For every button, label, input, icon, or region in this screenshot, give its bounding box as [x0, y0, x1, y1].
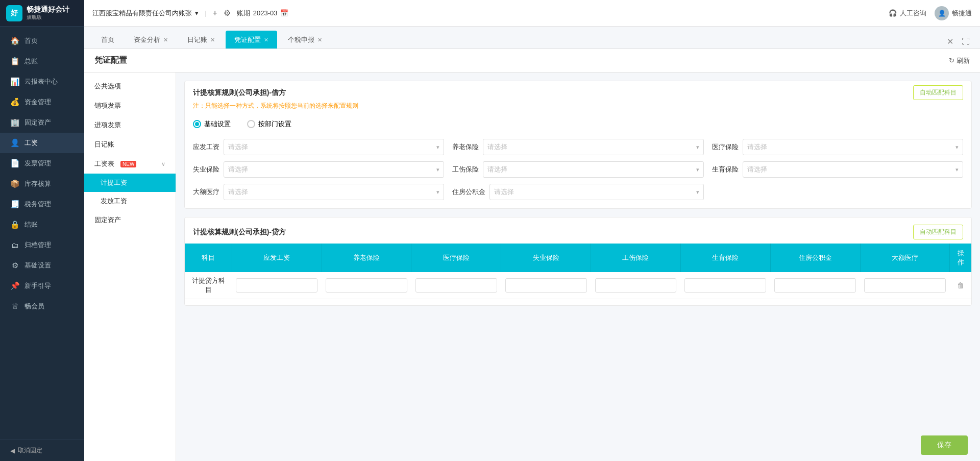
credit-auto-match-btn[interactable]: 自动匹配科目 [913, 225, 963, 239]
field-yiliao-select[interactable]: 请选择 ▾ [743, 139, 963, 155]
sidebar-item-close[interactable]: 🔒 结账 [0, 214, 84, 235]
tab-voucher-close[interactable]: ✕ [264, 37, 268, 43]
input-yingfa[interactable] [236, 278, 317, 293]
input-yanglao[interactable] [326, 278, 407, 293]
sidebar-item-assets[interactable]: 🏢 固定资产 [0, 112, 84, 133]
radio-basic[interactable]: 基础设置 [193, 119, 231, 129]
menu-item-purchase[interactable]: 进项发票 [84, 115, 176, 135]
menu-item-diary[interactable]: 日记账 [84, 135, 176, 154]
menu-item-salary-table[interactable]: 工资表 NEW ∨ [84, 154, 176, 174]
sidebar-item-guide-label: 新手引导 [24, 281, 51, 290]
tab-fund-close[interactable]: ✕ [163, 37, 168, 43]
tab-home[interactable]: 首页 [92, 31, 123, 48]
sidebar-item-salary[interactable]: 👤 工资 [0, 133, 84, 153]
sidebar-item-archive[interactable]: 🗂 归档管理 [0, 235, 84, 255]
radio-dept[interactable]: 按部门设置 [247, 119, 291, 129]
sidebar-item-settings[interactable]: ⚙ 基础设置 [0, 255, 84, 276]
sidebar-item-ledger-label: 总账 [24, 57, 38, 66]
add-company-btn[interactable]: + [212, 9, 217, 18]
td-daeyiliao-val[interactable] [860, 272, 950, 299]
sidebar-item-vip-label: 畅会员 [24, 302, 44, 311]
td-yanglao-val[interactable] [322, 272, 411, 299]
input-shiye[interactable] [505, 278, 587, 293]
sidebar-item-funds[interactable]: 💰 资金管理 [0, 92, 84, 112]
debit-options: 基础设置 按部门设置 [185, 115, 971, 135]
field-yiliao-placeholder: 请选择 [747, 142, 767, 152]
td-row-label: 计提贷方科目 [185, 272, 232, 299]
th-gongshang: 工伤保险 [591, 244, 681, 272]
avatar-icon: 👤 [938, 10, 946, 17]
company-selector[interactable]: 江西服宝精品有限责任公司内账张 ▾ [92, 9, 199, 18]
tab-fund[interactable]: 资金分析 ✕ [125, 31, 177, 48]
save-bar: 保存 [909, 429, 980, 461]
input-yiliao[interactable] [415, 278, 497, 293]
field-shiye-arrow: ▾ [436, 166, 439, 173]
period-selector[interactable]: 账期 2023-03 📅 [237, 9, 289, 18]
logo-text: 畅捷通好会计 旗舰版 [27, 5, 69, 21]
refresh-btn[interactable]: ↻ 刷新 [949, 56, 970, 65]
tab-journal[interactable]: 日记账 ✕ [179, 31, 224, 48]
credit-table-wrapper: 科目 应发工资 养老保险 医疗保险 失业保险 工伤保险 生育保险 住房公积金 大… [185, 244, 971, 305]
field-gongshang-select[interactable]: 请选择 ▾ [483, 161, 703, 178]
input-shengyu[interactable] [684, 278, 766, 293]
delete-row-btn[interactable]: 🗑 [957, 281, 964, 289]
sidebar-item-guide[interactable]: 📌 新手引导 [0, 276, 84, 296]
guide-icon: 📌 [10, 281, 19, 290]
debit-auto-match-btn[interactable]: 自动匹配科目 [913, 85, 963, 100]
topbar: 江西服宝精品有限责任公司内账张 ▾ | + ⚙ 账期 2023-03 📅 🎧 人… [84, 0, 980, 27]
sidebar-item-invoice[interactable]: 📄 发票管理 [0, 153, 84, 174]
input-zhufang[interactable] [774, 278, 856, 293]
sidebar-item-inventory[interactable]: 📦 库存核算 [0, 174, 84, 194]
menu-item-fixed-assets[interactable]: 固定资产 [84, 210, 176, 230]
expand-btn[interactable]: ⛶ [960, 35, 972, 48]
input-gongshang[interactable] [595, 278, 677, 293]
tab-tax[interactable]: 个税申报 ✕ [279, 31, 331, 48]
field-shengyu-select[interactable]: 请选择 ▾ [743, 161, 963, 178]
tab-tax-close[interactable]: ✕ [317, 37, 322, 43]
sidebar-item-ledger[interactable]: 📋 总账 [0, 51, 84, 71]
field-yingfa-select[interactable]: 请选择 ▾ [224, 139, 444, 155]
topbar-settings-btn[interactable]: ⚙ [224, 8, 231, 18]
menu-item-calc-salary[interactable]: 计提工资 [84, 174, 176, 192]
menu-item-public[interactable]: 公共选项 [84, 77, 176, 96]
service-btn[interactable]: 🎧 人工咨询 [889, 9, 926, 18]
sidebar-item-vip[interactable]: ♕ 畅会员 [0, 296, 84, 317]
save-btn[interactable]: 保存 [921, 435, 968, 455]
close-all-tabs-btn[interactable]: ✕ [945, 35, 955, 48]
debit-section-note: 注：只能选择一种方式，系统将按照您当前的选择来配置规则 [185, 102, 913, 115]
field-daeyiliao-select[interactable]: 请选择 ▾ [224, 184, 444, 200]
tab-journal-close[interactable]: ✕ [210, 37, 215, 43]
user-menu[interactable]: 👤 畅捷通 [935, 6, 972, 20]
radio-basic-circle [193, 120, 201, 128]
sidebar-item-tax[interactable]: 🧾 税务管理 [0, 194, 84, 214]
sidebar-pin-footer[interactable]: ◀ 取消固定 [0, 440, 84, 461]
ledger-icon: 📋 [10, 57, 19, 66]
sidebar-item-reports[interactable]: 📊 云报表中心 [0, 71, 84, 92]
td-shengyu-val[interactable] [680, 272, 770, 299]
field-gongshang-arrow: ▾ [696, 166, 699, 173]
td-gongshang-val[interactable] [591, 272, 681, 299]
sidebar: 好 畅捷通好会计 旗舰版 🏠 首页 📋 总账 📊 云报表中心 💰 资金管理 🏢 … [0, 0, 84, 461]
td-shiye-val[interactable] [501, 272, 591, 299]
input-daeyiliao[interactable] [864, 278, 946, 293]
sidebar-item-settings-label: 基础设置 [24, 261, 51, 270]
refresh-icon: ↻ [949, 57, 954, 64]
field-daeyiliao-placeholder: 请选择 [228, 187, 248, 197]
right-content: 计提核算规则(公司承担)-借方 注：只能选择一种方式，系统将按照您当前的选择来配… [176, 72, 980, 461]
td-operation[interactable]: 🗑 [950, 272, 971, 299]
menu-item-sales[interactable]: 销项发票 [84, 96, 176, 115]
sidebar-logo: 好 畅捷通好会计 旗舰版 [0, 0, 84, 27]
new-badge: NEW [120, 161, 136, 167]
td-zhufang-val[interactable] [770, 272, 860, 299]
sidebar-item-home[interactable]: 🏠 首页 [0, 31, 84, 51]
td-yiliao-val[interactable] [411, 272, 501, 299]
td-yingfa-val[interactable] [232, 272, 322, 299]
field-zhufang-select[interactable]: 请选择 ▾ [489, 184, 703, 200]
field-shiye-select[interactable]: 请选择 ▾ [224, 161, 444, 178]
page-title: 凭证配置 [94, 55, 127, 66]
page-header: 凭证配置 ↻ 刷新 [84, 49, 980, 72]
menu-item-pay-salary[interactable]: 发放工资 [84, 192, 176, 210]
field-gongshang-label: 工伤保险 [452, 165, 479, 174]
field-yanglao-select[interactable]: 请选择 ▾ [483, 139, 703, 155]
tab-voucher[interactable]: 凭证配置 ✕ [226, 31, 277, 48]
